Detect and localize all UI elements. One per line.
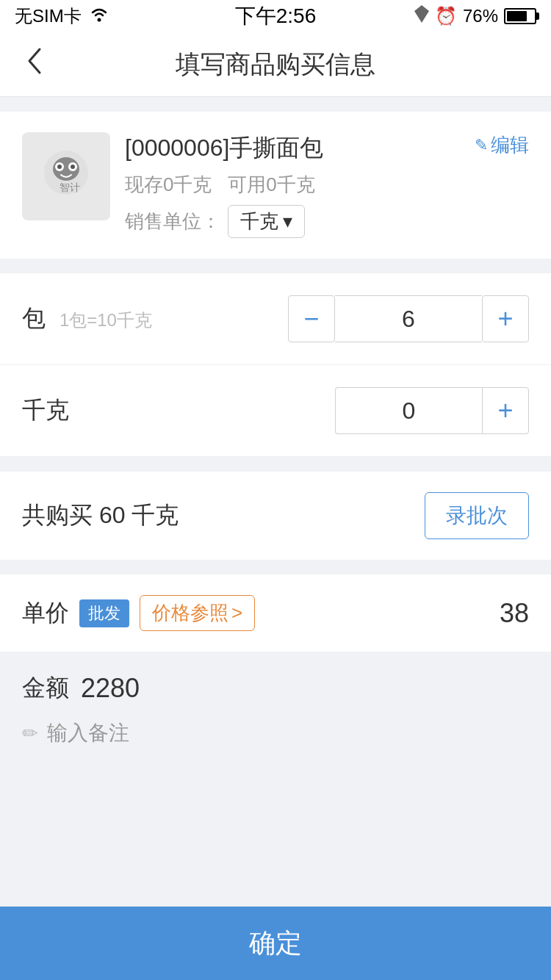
- nav-bar: 填写商品购买信息: [0, 32, 551, 97]
- price-ref-button[interactable]: 价格参照 >: [140, 595, 255, 631]
- amount-row: 金额 2280: [22, 672, 529, 705]
- quantity-section: 包 1包=10千克 − + 千克 +: [0, 273, 551, 457]
- amount-label: 金额: [22, 672, 69, 705]
- status-right: ⏰ 76%: [414, 5, 536, 27]
- kg-quantity-input[interactable]: [335, 387, 482, 434]
- battery-label: 76%: [463, 6, 498, 26]
- price-left: 单价 批发 价格参照 >: [22, 595, 255, 631]
- price-section: 单价 批发 价格参照 > 38: [0, 574, 551, 652]
- status-left: 无SIM卡: [15, 4, 109, 28]
- edit-icon: ✎: [475, 136, 488, 155]
- kg-plus-button[interactable]: +: [482, 387, 529, 434]
- alarm-icon: ⏰: [435, 6, 457, 26]
- svg-point-5: [57, 165, 62, 169]
- product-card: 智计 [0000006]手撕面包 现存0千克 可用0千克 销售单位： 千克 ▾ …: [0, 112, 551, 259]
- svg-point-6: [71, 165, 75, 169]
- product-info: [0000006]手撕面包 现存0千克 可用0千克 销售单位： 千克 ▾: [125, 132, 529, 238]
- bao-quantity-row: 包 1包=10千克 − +: [0, 273, 551, 365]
- location-icon: [414, 5, 429, 27]
- status-bar: 无SIM卡 下午2:56 ⏰ 76%: [0, 0, 551, 32]
- bao-quantity-input[interactable]: [335, 295, 482, 342]
- product-name: [0000006]手撕面包: [125, 132, 529, 165]
- total-amount: 60: [99, 502, 132, 528]
- battery-icon: [504, 8, 536, 24]
- back-button[interactable]: [18, 39, 50, 90]
- price-label: 单价: [22, 597, 69, 630]
- product-image: 智计: [22, 132, 110, 220]
- batch-button[interactable]: 录批次: [425, 492, 529, 539]
- bao-hint: 1包=10千克: [60, 310, 152, 330]
- price-row: 单价 批发 价格参照 > 38: [22, 595, 529, 631]
- price-tag: 批发: [79, 599, 129, 627]
- svg-text:智计: 智计: [60, 181, 80, 193]
- note-placeholder: 输入备注: [47, 719, 129, 747]
- kg-label: 千克: [22, 394, 335, 427]
- bao-label: 包 1包=10千克: [22, 303, 288, 335]
- bao-quantity-control: − +: [288, 295, 529, 342]
- status-time: 下午2:56: [235, 2, 317, 30]
- note-icon: ✏: [22, 722, 38, 745]
- amount-section: 金额 2280 ✏ 输入备注: [0, 652, 551, 768]
- note-row[interactable]: ✏ 输入备注: [22, 719, 529, 747]
- price-value: 38: [500, 598, 529, 629]
- bao-plus-button[interactable]: +: [482, 295, 529, 342]
- edit-button[interactable]: ✎ 编辑: [475, 132, 529, 158]
- amount-value: 2280: [81, 673, 140, 704]
- product-logo: 智计: [40, 147, 92, 206]
- total-row: 共购买 60 千克 录批次: [0, 472, 551, 560]
- bao-minus-button[interactable]: −: [288, 295, 335, 342]
- wifi-icon: [89, 6, 109, 26]
- confirm-button[interactable]: 确定: [0, 907, 551, 980]
- kg-quantity-control: +: [335, 387, 529, 434]
- page-title: 填写商品购买信息: [176, 48, 375, 82]
- product-unit: 销售单位： 千克 ▾: [125, 205, 529, 238]
- total-text: 共购买 60 千克: [22, 500, 179, 532]
- dropdown-icon: ▾: [283, 210, 292, 233]
- kg-quantity-row: 千克 +: [0, 365, 551, 457]
- svg-point-0: [97, 18, 101, 22]
- product-stock: 现存0千克 可用0千克: [125, 172, 529, 198]
- carrier-label: 无SIM卡: [15, 4, 82, 28]
- unit-select[interactable]: 千克 ▾: [228, 205, 305, 238]
